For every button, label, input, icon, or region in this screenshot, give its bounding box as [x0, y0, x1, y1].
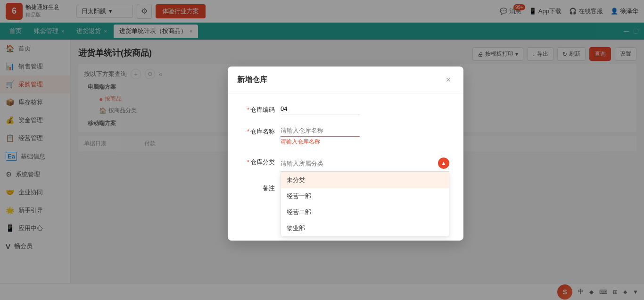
warehouse-category-row: 仓库分类 ▲ 未分类 经营一部 经营二部 [242, 155, 449, 172]
dropdown-item-uncategorized[interactable]: 未分类 [281, 172, 449, 188]
category-input[interactable] [281, 159, 438, 167]
dropdown-toggle-button[interactable]: ▲ [438, 158, 449, 169]
dropdown-item-ops1[interactable]: 经营一部 [281, 188, 449, 204]
notes-label: 备注 [242, 181, 275, 192]
warehouse-code-input[interactable] [281, 103, 360, 115]
warehouse-code-row: 仓库编码 [242, 103, 449, 115]
name-error-msg: 请输入仓库名称 [281, 138, 449, 146]
warehouse-name-input[interactable] [281, 125, 360, 137]
dropdown-item-property[interactable]: 物业部 [281, 220, 449, 236]
category-label: 仓库分类 [242, 155, 275, 167]
modal-body: 仓库编码 仓库名称 请输入仓库名称 仓库分类 ▲ 未 [228, 93, 463, 215]
category-dropdown[interactable]: ▲ [281, 155, 449, 172]
dropdown-item-ops2[interactable]: 经营二部 [281, 204, 449, 220]
add-warehouse-modal: 新增仓库 × 仓库编码 仓库名称 请输入仓库名称 仓库分类 ▲ [228, 67, 463, 241]
modal-close-button[interactable]: × [443, 74, 454, 85]
modal-title: 新增仓库 [237, 75, 267, 84]
category-dropdown-list: 未分类 经营一部 经营二部 物业部 [281, 172, 449, 237]
name-label: 仓库名称 [242, 125, 275, 136]
modal-header: 新增仓库 × [228, 67, 463, 93]
code-label: 仓库编码 [242, 103, 275, 114]
warehouse-name-row: 仓库名称 请输入仓库名称 [242, 125, 449, 146]
